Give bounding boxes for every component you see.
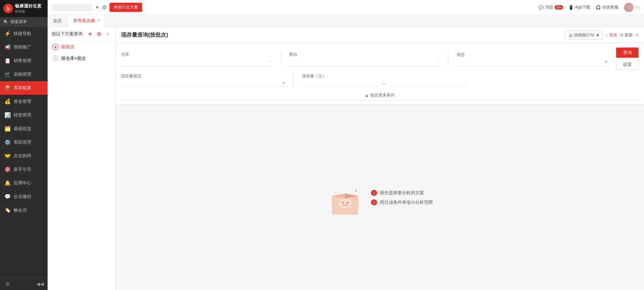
sidebar-logo: b 畅康通好生意 标准版 <box>0 0 48 17</box>
filter-settings-btn[interactable]: 设置 <box>616 59 639 70</box>
panel-header-actions: 🖨 按模板打印 ▼ ↑ 导出 ↺ 刷新 × <box>565 31 639 40</box>
product-input[interactable] <box>289 59 436 64</box>
inventory-icon: 📦 <box>4 85 11 91</box>
search-icon: 🔍 <box>3 20 9 24</box>
purchase-icon: 🛒 <box>4 71 11 78</box>
filter-status-wrap: ▼ <box>457 59 608 66</box>
topbar-search-input[interactable] <box>52 4 92 11</box>
query-btn[interactable]: 查询 <box>616 48 639 58</box>
sidebar-item-inventory[interactable]: 📦 库存核算 <box>0 81 48 95</box>
message-icon: 💬 <box>539 5 544 10</box>
empty-tips: 1 请先选择要分析的方案 2 用过滤条件来缩小分析范围 <box>371 190 433 205</box>
schema-icon-red: ● <box>52 44 58 50</box>
sidebar-item-system[interactable]: ⚙️ 系统管理 <box>0 135 48 149</box>
logo-text: 畅康通好生意 标准版 <box>15 3 41 14</box>
add-schema-btn[interactable]: + <box>87 31 94 37</box>
inventory-amount-from[interactable] <box>302 80 379 87</box>
topbar-gear-btn[interactable]: ⚙ <box>102 4 107 11</box>
divider-2 <box>448 52 448 66</box>
tab-close-btn[interactable]: × <box>97 18 100 23</box>
sidebar-item-app-center[interactable]: 🔔 应用中心 <box>0 176 48 190</box>
message-badge: 99+ <box>555 5 563 10</box>
product-dots[interactable]: ··· <box>436 59 440 64</box>
sidebar-item-newbie[interactable]: 🎯 新手引导 <box>0 163 48 176</box>
app-download-icon: 📱 <box>569 5 574 10</box>
sidebar-item-purchase[interactable]: 🛒 采购管理 <box>0 68 48 81</box>
schema-item-by-batch[interactable]: ● 按批次 <box>48 41 115 53</box>
headset-icon: 🎧 <box>596 5 601 10</box>
sidebar-bottom: ⚙ ◀◀ <box>0 277 48 290</box>
sidebar-item-marketing[interactable]: 📢 营销推广 <box>0 40 48 54</box>
filter-row-1: 仓库 ··· 商品 ··· <box>121 48 639 70</box>
online-service-item[interactable]: 🎧 在线客服 <box>596 4 618 10</box>
filter-actions-col: 查询 设置 <box>616 48 639 70</box>
system-icon: ⚙️ <box>4 139 11 146</box>
finance-icon: 💰 <box>4 98 11 105</box>
sidebar: b 畅康通好生意 标准版 🔍 搜索菜单 ⚡ 快捷导航 📢 营销推广 📋 销售管理… <box>0 0 48 290</box>
svg-point-1 <box>338 199 352 209</box>
sidebar-settings-btn[interactable]: ⚙ <box>4 280 11 287</box>
content-area: 按以下方案查询 + ⚙ « ● 按批次 ○ 按仓库+批次 现存量查询(按批次) <box>48 27 644 290</box>
logo-icon: b <box>3 4 13 13</box>
print-btn[interactable]: 🖨 按模板打印 ▼ <box>565 31 603 40</box>
tab-inventory-batch[interactable]: 库存批次账 × <box>68 15 105 27</box>
divider-3 <box>293 73 294 87</box>
sidebar-nav: ⚡ 快捷导航 📢 营销推广 📋 销售管理 🛒 采购管理 📦 库存核算 💰 资金管… <box>0 27 48 277</box>
user-item[interactable]: Rit <box>624 3 640 12</box>
warehouse-input[interactable] <box>121 59 268 64</box>
quick-nav-icon: ⚡ <box>4 30 11 37</box>
export-btn[interactable]: ↑ 导出 <box>606 32 617 38</box>
topbar-right: 💬 消息 99+ 📱 App下载 🎧 在线客服 Rit <box>539 3 640 12</box>
inv-status-chevron-icon: ▼ <box>282 81 285 85</box>
status-select[interactable] <box>457 59 605 64</box>
printer-icon: 🖨 <box>569 33 573 38</box>
empty-tip-2: 2 用过滤条件来缩小分析范围 <box>371 199 433 205</box>
inventory-amount-to[interactable] <box>389 80 466 87</box>
collapse-row[interactable]: ▲ 收起更多条件 <box>121 90 639 101</box>
experience-btn[interactable]: 体验行业方案 <box>109 3 142 12</box>
warehouse-dots[interactable]: ··· <box>268 59 272 64</box>
schema-settings-btn[interactable]: ⚙ <box>96 31 102 37</box>
status-chevron-icon: ▼ <box>605 60 608 64</box>
filter-inventory-status-col: 现存量状态 ▼ <box>121 73 289 87</box>
sidebar-collapse-btn[interactable]: ◀◀ <box>37 280 44 287</box>
filter-warehouse-wrap: ··· <box>121 59 272 66</box>
sidebar-item-enterprise[interactable]: 🤝 企业协同 <box>0 149 48 163</box>
basic-icon: 🗂️ <box>4 125 11 132</box>
right-panel: 现存量查询(按批次) 🖨 按模板打印 ▼ ↑ 导出 ↺ 刷新 <box>116 27 644 290</box>
inventory-status-select[interactable] <box>121 80 282 85</box>
tab-home[interactable]: 首页 <box>48 15 68 27</box>
svg-point-6 <box>357 197 358 198</box>
sidebar-item-sales[interactable]: 📋 销售管理 <box>0 54 48 68</box>
topbar-dropdown-btn[interactable]: ▼ <box>95 5 99 10</box>
svg-point-3 <box>347 202 349 203</box>
app-download-item[interactable]: 📱 App下载 <box>569 4 590 10</box>
collapse-left-btn[interactable]: « <box>104 31 111 37</box>
sidebar-item-basic[interactable]: 🗂️ 基础信息 <box>0 122 48 135</box>
empty-state: 1 请先选择要分析的方案 2 用过滤条件来缩小分析范围 <box>116 105 644 290</box>
export-icon: ↑ <box>606 33 608 38</box>
panel-header: 现存量查询(按批次) 🖨 按模板打印 ▼ ↑ 导出 ↺ 刷新 <box>116 27 644 43</box>
inventory-range: — <box>302 80 466 87</box>
filter-inventory-status-wrap: ▼ <box>121 80 285 87</box>
divider-1 <box>281 52 281 66</box>
sidebar-search[interactable]: 🔍 搜索菜单 <box>0 17 48 27</box>
refresh-btn[interactable]: ↺ 刷新 <box>620 32 633 38</box>
left-panel-actions: + ⚙ « <box>87 31 111 37</box>
sidebar-item-quick-nav[interactable]: ⚡ 快捷导航 <box>0 27 48 40</box>
sidebar-item-finance[interactable]: 💰 资金管理 <box>0 95 48 108</box>
sidebar-item-wechat[interactable]: 💬 企业微信 <box>0 190 48 203</box>
filter-status-col: 状态 ▼ <box>453 52 612 66</box>
member-icon: 🏷️ <box>4 207 11 214</box>
sidebar-item-operation[interactable]: 📊 经营管理 <box>0 108 48 122</box>
app-center-icon: 🔔 <box>4 180 11 186</box>
message-item[interactable]: 💬 消息 99+ <box>539 4 563 10</box>
svg-point-2 <box>342 202 344 203</box>
sidebar-item-member[interactable]: 🏷️ 畅会员 <box>0 203 48 217</box>
collapse-up-icon: ▲ <box>365 93 369 98</box>
operation-icon: 📊 <box>4 112 11 119</box>
schema-item-by-warehouse-batch[interactable]: ○ 按仓库+批次 <box>48 53 115 64</box>
filter-product-wrap: ··· <box>289 59 440 66</box>
close-panel-btn[interactable]: × <box>635 32 639 38</box>
left-panel-header: 按以下方案查询 + ⚙ « <box>48 27 115 41</box>
